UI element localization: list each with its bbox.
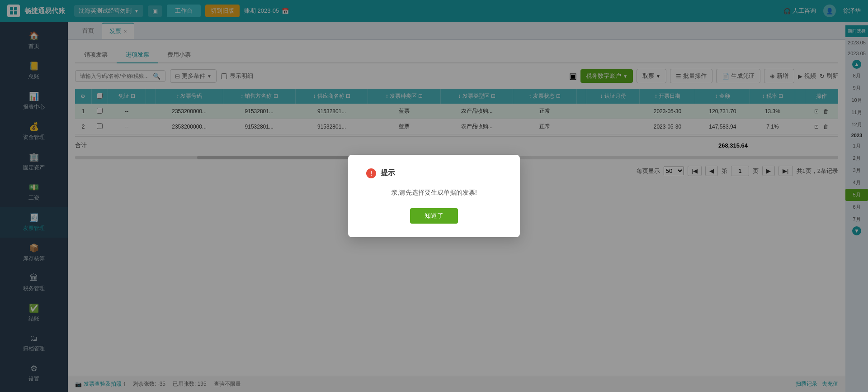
modal-footer: 知道了 xyxy=(366,208,502,224)
warning-icon: ! xyxy=(366,168,376,178)
modal-ok-button[interactable]: 知道了 xyxy=(410,208,458,224)
modal-title-text: 提示 xyxy=(381,168,395,178)
modal-body: 亲,请先选择要生成单据的发票! xyxy=(366,187,502,197)
modal-overlay: ! 提示 亲,请先选择要生成单据的发票! 知道了 xyxy=(0,0,868,392)
modal-dialog: ! 提示 亲,请先选择要生成单据的发票! 知道了 xyxy=(348,155,520,237)
modal-title-bar: ! 提示 xyxy=(366,168,502,178)
